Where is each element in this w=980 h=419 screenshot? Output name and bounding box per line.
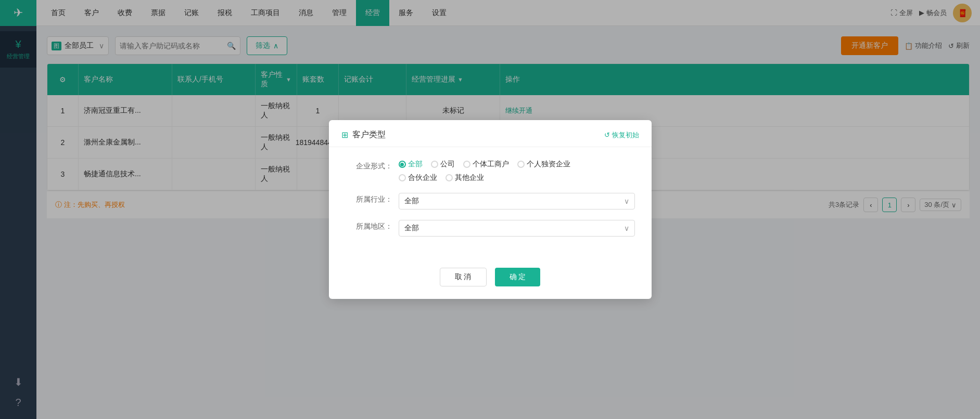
reset-icon: ↺ (604, 131, 610, 139)
industry-select[interactable]: 全部 ∨ (399, 193, 635, 210)
enterprise-form-row: 企业形式： 全部 公司 个体工商户 (346, 160, 635, 182)
option-partnership[interactable]: 合伙企业 (399, 173, 437, 182)
dialog-title-text: 客户类型 (352, 129, 386, 140)
radio-dot-other (446, 174, 453, 181)
radio-dot-sole (517, 161, 525, 168)
industry-row: 所属行业： 全部 ∨ (346, 193, 635, 210)
dialog-body: 企业形式： 全部 公司 个体工商户 (329, 147, 652, 259)
dialog-title: ⊞ 客户类型 (341, 129, 386, 140)
cancel-btn[interactable]: 取 消 (440, 268, 487, 286)
region-value: 全部 (404, 224, 419, 233)
dialog-footer: 取 消 确 定 (329, 259, 652, 299)
confirm-btn[interactable]: 确 定 (495, 268, 541, 286)
industry-label: 所属行业： (346, 193, 392, 204)
region-arrow: ∨ (624, 224, 629, 232)
enterprise-form-content: 全部 公司 个体工商户 个人独资企业 (399, 160, 635, 182)
industry-arrow: ∨ (624, 197, 629, 205)
region-content: 全部 ∨ (399, 220, 635, 237)
dialog-reset-btn[interactable]: ↺ 恢复初始 (604, 130, 639, 140)
enterprise-radio-group: 全部 公司 个体工商户 个人独资企业 (399, 160, 635, 169)
radio-dot-all (399, 161, 406, 168)
enterprise-radio-group-2: 合伙企业 其他企业 (399, 173, 635, 182)
filter-dialog: ⊞ 客户类型 ↺ 恢复初始 企业形式： 全部 (329, 120, 652, 299)
dialog-title-icon: ⊞ (341, 130, 348, 140)
dialog-header: ⊞ 客户类型 ↺ 恢复初始 (329, 120, 652, 147)
radio-dot-individual (463, 161, 470, 168)
region-label: 所属地区： (346, 220, 392, 231)
industry-value: 全部 (404, 197, 419, 206)
option-all[interactable]: 全部 (399, 160, 423, 169)
option-sole[interactable]: 个人独资企业 (517, 160, 570, 169)
enterprise-form-label: 企业形式： (346, 160, 392, 171)
option-company[interactable]: 公司 (431, 160, 455, 169)
option-individual[interactable]: 个体工商户 (463, 160, 509, 169)
reset-label: 恢复初始 (612, 130, 639, 140)
region-select[interactable]: 全部 ∨ (399, 220, 635, 237)
industry-content: 全部 ∨ (399, 193, 635, 210)
radio-dot-company (431, 161, 438, 168)
option-other[interactable]: 其他企业 (446, 173, 484, 182)
region-row: 所属地区： 全部 ∨ (346, 220, 635, 237)
overlay: ⊞ 客户类型 ↺ 恢复初始 企业形式： 全部 (0, 0, 980, 419)
radio-dot-partnership (399, 174, 406, 181)
